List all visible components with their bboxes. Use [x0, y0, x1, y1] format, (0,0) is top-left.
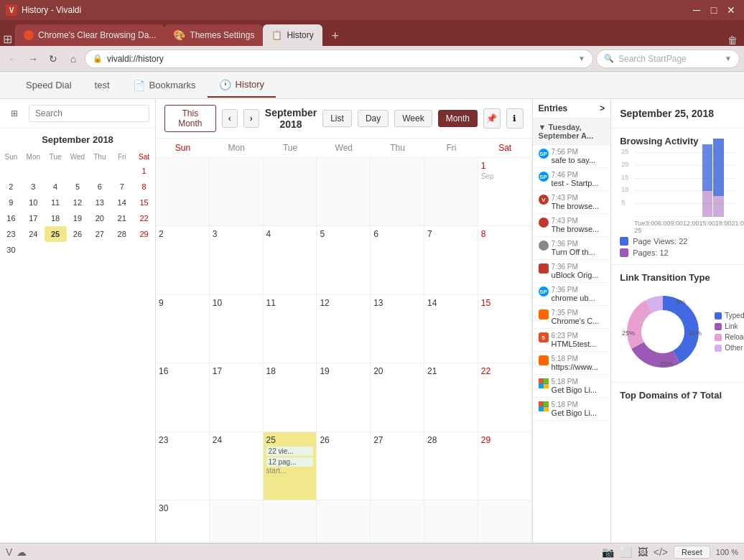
entry-item[interactable]: 7:35 PM Chrome's C... [533, 306, 611, 329]
maximize-button[interactable]: □ [707, 4, 721, 16]
tab-chrome-clear[interactable]: Chrome's Clear Browsing Da... [15, 24, 164, 46]
mini-cell-6[interactable]: 6 [88, 179, 111, 195]
mini-cell-3[interactable]: 3 [22, 179, 45, 195]
pin-icon[interactable]: 📌 [483, 108, 501, 129]
large-cell-19[interactable]: 19 [317, 363, 371, 431]
large-cell-8[interactable]: 8 [478, 226, 532, 294]
large-cell-21[interactable]: 21 [424, 363, 478, 431]
large-cell-10[interactable]: 10 [210, 295, 264, 363]
mini-cell[interactable] [22, 163, 45, 179]
large-cell-23[interactable]: 23 [156, 432, 210, 500]
large-cell-9[interactable]: 9 [156, 295, 210, 363]
reload-button[interactable]: ↻ [45, 50, 62, 67]
large-cell-sep1[interactable]: 1Sep [478, 158, 532, 226]
month-view-button[interactable]: Month [438, 110, 478, 127]
mini-cell-17[interactable]: 17 [22, 210, 45, 226]
entry-item[interactable]: SP 7:36 PM chrome ub... [533, 283, 611, 306]
mini-cell-19[interactable]: 19 [67, 210, 89, 226]
large-cell-25[interactable]: 25 22 vie... 12 pag... start... [264, 432, 317, 500]
mini-cell-24[interactable]: 24 [22, 226, 45, 242]
quicknav-speeddial[interactable]: Speed Dial [14, 74, 83, 96]
large-cell-15[interactable]: 15 [478, 295, 532, 363]
mini-cell[interactable] [88, 163, 111, 179]
camera-icon[interactable]: 📷 [602, 546, 614, 558]
reset-button[interactable]: Reset [674, 546, 710, 559]
large-cell-empty[interactable] [210, 158, 264, 226]
mini-cell-21[interactable]: 21 [111, 210, 133, 226]
large-cell-empty[interactable] [264, 158, 317, 226]
mini-cell-30[interactable]: 30 [0, 242, 22, 258]
entry-item[interactable]: 7:43 PM The browse... [533, 214, 611, 237]
code-icon[interactable]: </> [654, 546, 668, 558]
large-cell-27[interactable]: 27 [371, 432, 424, 500]
mini-cell-25[interactable]: 25 [45, 226, 67, 242]
large-cell-16[interactable]: 16 [156, 363, 210, 431]
mini-cell-8[interactable]: 8 [133, 179, 155, 195]
mini-cell-2[interactable]: 2 [0, 179, 22, 195]
quicknav-bookmarks[interactable]: 📄 Bookmarks [121, 74, 208, 97]
mini-cell[interactable] [67, 242, 89, 258]
forward-button[interactable]: → [24, 50, 42, 67]
mini-cell-7[interactable]: 7 [111, 179, 133, 195]
entry-item[interactable]: SP 7:46 PM test - Startp... [533, 168, 611, 191]
mini-cell-18[interactable]: 18 [45, 210, 67, 226]
prev-month-button[interactable]: ‹ [222, 109, 238, 128]
large-cell-empty[interactable] [424, 158, 478, 226]
search-bar[interactable]: 🔍 Search StartPage ▼ [596, 50, 740, 68]
day-view-button[interactable]: Day [358, 110, 389, 127]
large-cell-18[interactable]: 18 [264, 363, 317, 431]
add-tab-button[interactable]: + [325, 26, 345, 46]
address-bar[interactable]: 🔒 vivaldi://history ▼ [85, 50, 593, 68]
entry-item[interactable]: SP 7:56 PM safe to say... [533, 145, 611, 168]
info-icon[interactable]: ℹ [506, 108, 524, 129]
window-icon[interactable]: ⬜ [620, 546, 632, 558]
large-cell-13[interactable]: 13 [371, 295, 424, 363]
mini-cell[interactable] [22, 242, 45, 258]
large-cell-11[interactable]: 11 [264, 295, 317, 363]
mini-cell-26[interactable]: 26 [67, 226, 89, 242]
tab-history[interactable]: 📋 History [263, 24, 322, 46]
large-cell-4[interactable]: 4 [264, 226, 317, 294]
large-cell-5[interactable]: 5 [317, 226, 371, 294]
large-cell-2[interactable]: 2 [156, 226, 210, 294]
mini-cell-20[interactable]: 20 [88, 210, 111, 226]
mini-cell-12[interactable]: 12 [67, 195, 89, 210]
large-cell-17[interactable]: 17 [210, 363, 264, 431]
large-cell-14[interactable]: 14 [424, 295, 478, 363]
mini-cell-23[interactable]: 23 [0, 226, 22, 242]
search-dropdown-icon[interactable]: ▼ [725, 55, 732, 62]
tab-grid-icon[interactable]: ⊞ [3, 32, 12, 46]
entry-item[interactable]: 7:36 PM uBlock Orig... [533, 260, 611, 283]
mini-cell[interactable] [67, 163, 89, 179]
close-button[interactable]: ✕ [724, 4, 738, 16]
mini-cell-15[interactable]: 15 [133, 195, 155, 210]
mini-cell[interactable] [45, 163, 67, 179]
mini-cell[interactable] [88, 242, 111, 258]
mini-cell-22[interactable]: 22 [133, 210, 155, 226]
grid-view-icon[interactable]: ⊞ [6, 105, 23, 122]
quicknav-history[interactable]: 🕐 History [208, 73, 276, 98]
large-cell-7[interactable]: 7 [424, 226, 478, 294]
large-cell-28[interactable]: 28 [424, 432, 478, 500]
list-view-button[interactable]: List [322, 110, 352, 127]
window-controls[interactable]: ─ □ ✕ [689, 4, 738, 16]
week-view-button[interactable]: Week [394, 110, 432, 127]
mini-cell-29[interactable]: 29 [133, 226, 155, 242]
next-month-button[interactable]: › [243, 109, 259, 128]
address-dropdown-icon[interactable]: ▼ [578, 55, 585, 62]
large-cell-empty[interactable] [371, 158, 424, 226]
mini-cell[interactable] [133, 242, 155, 258]
mini-cell-9[interactable]: 9 [0, 195, 22, 210]
minimize-button[interactable]: ─ [689, 4, 704, 16]
entry-item[interactable]: V 7:43 PM The browse... [533, 191, 611, 214]
trash-icon[interactable]: 🗑 [724, 34, 741, 46]
mini-cell-10[interactable]: 10 [22, 195, 45, 210]
large-cell-6[interactable]: 6 [371, 226, 424, 294]
entry-item[interactable]: 7:36 PM Turn Off th... [533, 237, 611, 260]
mini-cell-11[interactable]: 11 [45, 195, 67, 210]
mini-cell-4[interactable]: 4 [45, 179, 67, 195]
mini-cell-13[interactable]: 13 [88, 195, 111, 210]
large-cell-empty[interactable] [317, 158, 371, 226]
home-button[interactable]: ⌂ [65, 50, 82, 67]
entry-item[interactable]: 5:18 PM https://www... [533, 352, 611, 375]
